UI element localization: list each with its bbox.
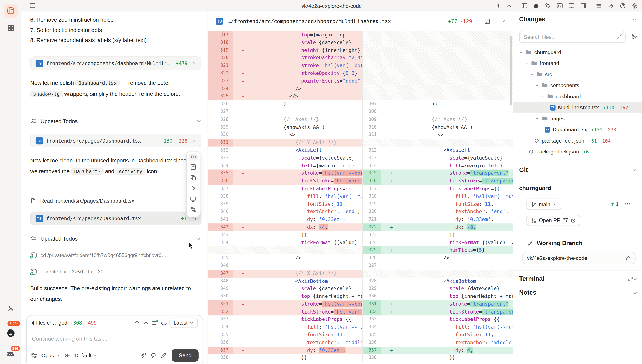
lasso-icon[interactable] (151, 352, 157, 359)
diff-code-line: tickLabelProps={{ (381, 316, 512, 324)
diff-row: 358 }}338 }} (208, 354, 513, 362)
tree-file-MultiLineArea.tsx[interactable]: TSMultiLineArea.tsx+110-162 (513, 102, 642, 113)
settings-sliders-icon[interactable] (31, 352, 37, 359)
diff-code-line: scale={dateScale} (381, 285, 512, 293)
message-input[interactable]: Continue working on this task... (27, 330, 203, 348)
account-button[interactable] (0, 304, 21, 312)
github-link[interactable] (0, 328, 21, 338)
pen-icon[interactable] (161, 352, 167, 359)
collapse-git-icon[interactable] (632, 168, 637, 173)
diff-line-number: 310 (362, 124, 381, 131)
chevron-right-icon (191, 60, 196, 66)
diff-code-line: <> (381, 131, 512, 139)
search-files-input[interactable] (519, 31, 626, 43)
attachment-icon[interactable] (140, 352, 147, 359)
diff-line-number (362, 70, 381, 77)
more-options-icon[interactable] (189, 154, 198, 160)
collapse-changes-icon[interactable] (632, 17, 637, 22)
copy-icon[interactable] (190, 174, 197, 181)
scroll-up-button[interactable] (134, 320, 140, 326)
collapse-up-button[interactable] (506, 2, 512, 9)
updated-todos-row[interactable]: Updated Todos (30, 233, 201, 244)
tree-folder-src[interactable]: src (513, 69, 642, 80)
git-compare-button[interactable] (544, 2, 551, 9)
terminal-command: cd /private/var/folders/10/h7w0q46556ggr… (41, 252, 167, 258)
chevron-down-icon (196, 118, 201, 124)
json-file-icon (534, 138, 539, 143)
terminal-command-row[interactable]: npx vite build 2>&1 | tail -20 (30, 267, 201, 277)
working-branch-header: Working Branch (527, 239, 617, 248)
terminal-command-row[interactable]: cd /private/var/folders/10/h7w0q46556ggr… (30, 250, 201, 260)
diff-line-number (362, 46, 381, 54)
tree-folder-components[interactable]: components (513, 80, 642, 91)
chat-bubble-button[interactable] (533, 2, 539, 9)
panel-left-button[interactable] (521, 2, 528, 9)
help-button[interactable] (619, 2, 626, 9)
monitor-button[interactable] (568, 2, 575, 9)
collapse-inward-icon[interactable] (617, 34, 623, 40)
model-selector[interactable]: Opus (42, 352, 60, 359)
tree-file-package-lock.json[interactable]: package-lock.json+6 (513, 146, 642, 157)
read-file-row[interactable]: Read frontend/src/pages/Dashboard.tsx (30, 196, 201, 206)
diff-header: TS …/frontend/src/components/dashboard/M… (208, 12, 513, 31)
collapse-diff-icon[interactable] (501, 18, 506, 24)
diff-line-number: 311 (362, 131, 381, 139)
snapshot-icon[interactable] (143, 320, 149, 326)
collapse-notes-icon[interactable] (632, 290, 638, 296)
workspaces-grid-button[interactable] (4, 21, 18, 35)
diff-line-number: 322 (208, 70, 233, 77)
file-diff-chip-dashboard[interactable]: TS frontend/src/pages/Dashboard.tsx +130… (30, 134, 201, 148)
divider (513, 300, 642, 300)
terminal-button[interactable] (556, 2, 563, 9)
tree-folder-pages[interactable]: pages (513, 113, 642, 124)
tree-folder-frontend[interactable]: frontend (513, 58, 642, 69)
diff-scrollbar[interactable] (510, 36, 512, 106)
share-button[interactable] (608, 2, 614, 9)
diff-row: 336- tickStroke="hsl(var(--border))"316+… (208, 177, 513, 185)
files-changed-label[interactable]: 4 files changed (32, 320, 68, 326)
git-more-options[interactable] (624, 201, 631, 206)
file-diff-chip-dashboard-2[interactable]: TS frontend/src/pages/Dashboard.tsx +1 -… (30, 212, 201, 225)
git-compare-icon[interactable] (190, 206, 197, 213)
tree-options-icon[interactable] (631, 34, 638, 40)
diff-code-line: + stroke="transparent" (381, 300, 512, 308)
send-button[interactable]: Send (172, 349, 199, 362)
tree-folder-churnguard[interactable]: churnguard (513, 46, 642, 58)
mode-selector[interactable]: Default (75, 352, 97, 359)
edit-pencil-icon[interactable] (625, 255, 631, 261)
diff-row: 346327 (208, 262, 513, 270)
diff-code-line (381, 62, 512, 70)
discord-link[interactable] (0, 352, 21, 358)
open-pr-button[interactable]: Open PR #7 (526, 215, 580, 226)
fast-forward-icon[interactable] (64, 352, 71, 359)
diff-line-number (362, 93, 381, 100)
run-play-icon[interactable] (190, 185, 197, 192)
tree-item-label: MultiLineArea.tsx (558, 104, 599, 110)
todos-status-icon[interactable] (152, 319, 159, 326)
settings-gear-button[interactable] (631, 2, 638, 9)
active-workspace-tab[interactable] (4, 4, 18, 18)
monitor-icon[interactable] (190, 196, 197, 202)
tree-file-Dashboard.tsx[interactable]: TSDashboard.tsx+131-233 (513, 124, 642, 135)
collapse-terminal-icon[interactable] (632, 277, 638, 282)
diff-options-icon[interactable] (484, 18, 491, 24)
menu-button[interactable] (596, 2, 602, 9)
working-branch-box[interactable]: vk/4e2a-explore-the-code (522, 252, 635, 264)
tree-file-package-lock.json[interactable]: package-lock.json+61-104 (513, 135, 642, 146)
titlebar: vk/4e2a-explore-the-code (21, 0, 642, 12)
commits-ahead[interactable]: 1 (610, 201, 618, 207)
branch-selector[interactable]: main (526, 198, 561, 210)
pause-button[interactable] (495, 3, 501, 8)
tree-folder-dashboard[interactable]: dashboard (513, 91, 642, 102)
diff-line-number (362, 139, 381, 146)
diff-code-line: <AxisBottom (381, 277, 512, 285)
text-run: icon. (145, 168, 159, 174)
file-diff-chip-multilinearea[interactable]: TS frontend/src/components/dashboard/Mul… (30, 56, 201, 70)
panel-right-button[interactable] (580, 2, 587, 9)
file-diff-icon[interactable] (190, 164, 197, 170)
diff-line-number: 342 (208, 224, 233, 231)
journal-panel-icon[interactable] (30, 2, 36, 8)
updated-todos-row[interactable]: Updated Todos (30, 116, 201, 127)
divider (513, 286, 642, 286)
version-selector[interactable]: Latest (169, 318, 198, 328)
